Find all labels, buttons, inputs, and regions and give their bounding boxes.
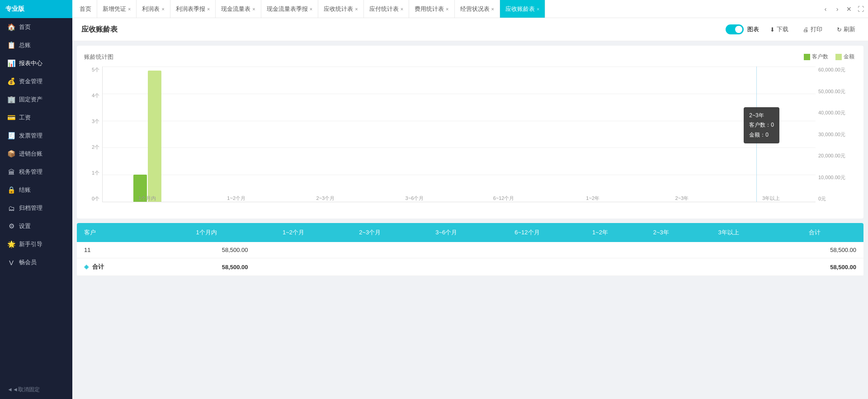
tab-close-icon[interactable]: ×: [537, 6, 539, 12]
table-section: 客户 1个月内 1~2个月 2~3个月 3~6个月 6~12个月 1~2年 2~…: [77, 223, 863, 276]
sidebar-item-archive[interactable]: 🗂 归档管理: [0, 199, 72, 217]
funds-icon: 💰: [7, 77, 15, 86]
tab-label: 现金流量表: [221, 5, 250, 13]
tab-close-icon[interactable]: ×: [310, 6, 312, 12]
tab-next-button[interactable]: ›: [832, 4, 843, 14]
tab-close-icon[interactable]: ×: [446, 6, 448, 12]
sidebar-item-member[interactable]: V 畅会员: [0, 253, 72, 271]
y-right-label: 20,000.00元: [818, 152, 845, 159]
sidebar-item-tax[interactable]: 🏛 税务管理: [0, 163, 72, 181]
bar-group-m23: [281, 66, 370, 202]
x-label-m36: 3~6个月: [370, 193, 459, 202]
col-header-total: 合计: [766, 223, 863, 242]
cell-total-m36: [408, 258, 485, 276]
cell-m23: [332, 242, 408, 258]
y-label: 4个: [92, 92, 99, 99]
table-row: 11 58,500.00 58,500.00: [77, 242, 863, 258]
y-label: 3个: [92, 118, 99, 125]
legend-amount-label: 金额: [844, 53, 854, 61]
y-right-label: 50,000.00元: [818, 88, 845, 95]
cell-total-label: ◈ 合计: [77, 258, 158, 276]
cell-total-y12: [570, 258, 631, 276]
sidebar-item-settings[interactable]: ⚙ 设置: [0, 217, 72, 235]
sidebar-item-home[interactable]: 🏠 首页: [0, 18, 72, 36]
unpin-label: ◄◄取消固定: [7, 386, 40, 394]
x-label-y3plus: 3年以上: [726, 193, 816, 202]
invoices-icon: 🧾: [7, 132, 15, 140]
header-actions: 图表 ⬇ 下载 🖨 打印 ↻ 刷新: [726, 24, 859, 35]
tab-cashflow[interactable]: 现金流量表 ×: [216, 0, 261, 18]
legend-amount: 金额: [835, 53, 854, 61]
legend-customer-dot: [804, 54, 810, 60]
cell-total-m23: [332, 258, 408, 276]
chart-title: 账龄统计图: [84, 53, 856, 61]
tab-label: 费用统计表: [415, 5, 444, 13]
sidebar-item-reports[interactable]: 📊 报表中心: [0, 54, 72, 72]
total-row: ◈ 合计 58,500.00 58,500.00: [77, 258, 863, 276]
sidebar-item-ledger[interactable]: 📋 总账: [0, 36, 72, 54]
tab-close-icon[interactable]: ×: [491, 6, 494, 12]
tab-voucher[interactable]: 新增凭证 ×: [97, 0, 137, 18]
tab-label: 应收统计表: [324, 5, 353, 13]
tab-close-icon[interactable]: ×: [252, 6, 255, 12]
settings-icon: ⚙: [7, 222, 15, 230]
bar-group-m12: [192, 66, 281, 202]
tab-close-all-button[interactable]: ✕: [844, 4, 854, 14]
total-label: 合计: [92, 263, 104, 270]
col-header-m612: 6~12个月: [485, 223, 570, 242]
tab-close-icon[interactable]: ×: [207, 6, 210, 12]
sidebar-item-label: 首页: [19, 23, 31, 31]
tab-label: 应付统计表: [369, 5, 399, 13]
tab-home[interactable]: 首页: [74, 0, 97, 18]
sidebar-item-label: 进销台账: [19, 150, 42, 158]
chart-toggle[interactable]: [726, 24, 744, 34]
tab-prev-button[interactable]: ‹: [820, 4, 831, 14]
svg-rect-0: [804, 54, 810, 60]
y-label: 0个: [92, 195, 99, 202]
chart-plot-area: 2~3年 客户数：0 金额：0 1个月内 1~2个月 2~3个月 3~6个月 6…: [102, 66, 816, 202]
tab-ar-stats[interactable]: 应收统计表 ×: [318, 0, 363, 18]
refresh-button[interactable]: ↻ 刷新: [833, 24, 859, 35]
sidebar-item-closing[interactable]: 🔒 结账: [0, 181, 72, 199]
ledger-icon: 📋: [7, 41, 15, 49]
sidebar-item-funds[interactable]: 💰 资金管理: [0, 72, 72, 90]
sidebar-item-salary[interactable]: 💳 工资: [0, 109, 72, 127]
tab-profit-quarterly[interactable]: 利润表季报 ×: [170, 0, 216, 18]
cell-total-m1: 58,500.00: [158, 258, 255, 276]
cell-customer: 11: [77, 242, 158, 258]
tab-close-icon[interactable]: ×: [355, 6, 358, 12]
sidebar-item-guide[interactable]: 🌟 新手引导: [0, 235, 72, 253]
tab-label: 经营状况表: [460, 5, 490, 13]
print-button[interactable]: 🖨 打印: [799, 24, 826, 35]
cell-y3plus: [692, 242, 766, 258]
chart-toggle-container: 图表: [726, 24, 759, 34]
download-button[interactable]: ⬇ 下载: [766, 24, 792, 35]
refresh-icon: ↻: [837, 26, 842, 33]
closing-icon: 🔒: [7, 186, 15, 194]
tab-close-icon[interactable]: ×: [401, 6, 403, 12]
sidebar-item-assets[interactable]: 🏢 固定资产: [0, 90, 72, 109]
aging-table: 客户 1个月内 1~2个月 2~3个月 3~6个月 6~12个月 1~2年 2~…: [77, 223, 863, 276]
sidebar-item-label: 新手引导: [19, 240, 42, 248]
y-label: 1个: [92, 170, 99, 176]
tab-navigation: ‹ › ✕ ⛶: [820, 4, 866, 14]
tab-close-icon[interactable]: ×: [128, 6, 131, 12]
unpin-sidebar-button[interactable]: ◄◄取消固定: [0, 380, 72, 399]
tab-expand-button[interactable]: ⛶: [855, 4, 866, 14]
tab-ap-stats[interactable]: 应付统计表 ×: [364, 0, 409, 18]
col-header-m36: 3~6个月: [408, 223, 485, 242]
chart-legend: 客户数 金额: [804, 53, 854, 61]
sidebar-item-purchase[interactable]: 📦 进销台账: [0, 145, 72, 163]
app-logo: 专业版: [0, 0, 72, 18]
tab-expense-stats[interactable]: 费用统计表 ×: [409, 0, 454, 18]
tab-ar-aging[interactable]: 应收账龄表 ×: [500, 0, 545, 18]
sidebar-item-invoices[interactable]: 🧾 发票管理: [0, 127, 72, 145]
cell-total: 58,500.00: [766, 242, 863, 258]
tab-cashflow-quarterly[interactable]: 现金流量表季报 ×: [261, 0, 318, 18]
tax-icon: 🏛: [7, 168, 15, 176]
sidebar-item-label: 发票管理: [19, 132, 42, 140]
tab-operation-stats[interactable]: 经营状况表 ×: [455, 0, 500, 18]
tab-profit[interactable]: 利润表 ×: [137, 0, 170, 18]
tab-close-icon[interactable]: ×: [161, 6, 164, 12]
sidebar-item-label: 总账: [19, 41, 31, 49]
